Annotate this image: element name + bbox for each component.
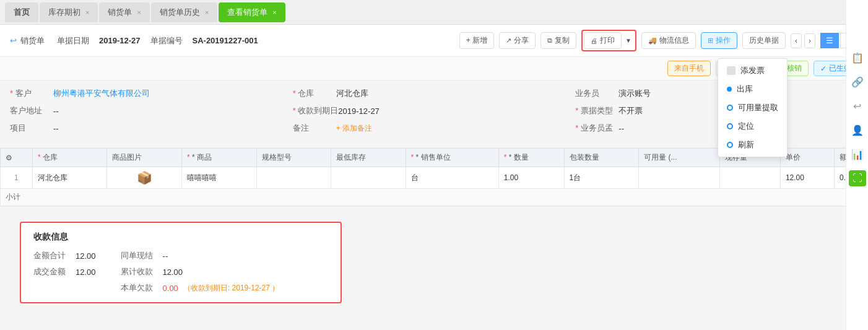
available-qty-label: 可用量提取 <box>738 102 778 113</box>
right-sidebar: 📋 🔗 ↩ 👤 📊 ⛶ <box>846 0 868 318</box>
available-qty-dot <box>727 105 733 111</box>
due-date-field: 收款到期日 2019-12-27 <box>293 105 576 116</box>
tab-inventory[interactable]: 库存期初 × <box>40 2 98 22</box>
address-field: 客户地址 -- <box>10 105 293 116</box>
tab-bar: 首页 库存期初 × 销货单 × 销货单历史 × 查看销货单 × × <box>0 0 868 25</box>
list-view-button[interactable]: ☰ <box>820 33 839 48</box>
sidebar-expand-icon[interactable]: ⛶ <box>849 170 866 186</box>
history-button[interactable]: 历史单据 <box>742 32 786 49</box>
operations-button[interactable]: ⊞ 操作 <box>701 32 737 49</box>
refresh-dot <box>727 142 733 148</box>
col-gear[interactable]: ⚙ <box>1 149 33 167</box>
row-min-stock <box>331 167 406 189</box>
row-product: 嘻嘻嘻嘻 <box>181 167 256 189</box>
salesperson2-label: 业务员孟 <box>575 123 618 134</box>
close-inventory-tab[interactable]: × <box>85 9 89 16</box>
row-pack-qty: 1台 <box>564 167 639 189</box>
due-date-label: 收款到期日 <box>293 105 339 116</box>
print-dropdown-arrow[interactable]: ▼ <box>623 37 634 44</box>
col-qty: * 数量 <box>498 149 564 167</box>
locate-item[interactable]: 定位 <box>718 117 787 136</box>
col-unit: * 销售单位 <box>406 149 498 167</box>
payment-title: 收款信息 <box>33 232 328 243</box>
col-pack-qty: 包装数量 <box>564 149 639 167</box>
operations-label: 操作 <box>716 35 731 46</box>
same-label: 同单现结 <box>121 250 158 261</box>
col-unit-price: 单价 <box>780 149 834 167</box>
sidebar-link-icon[interactable]: 🔗 <box>849 74 866 90</box>
row-spec <box>256 167 331 189</box>
date-value: 2019-12-27 <box>99 36 141 45</box>
from-phone-button[interactable]: 来自手机 <box>667 61 711 76</box>
total-value: 12.00 <box>76 251 96 261</box>
address-value: -- <box>53 106 59 116</box>
sidebar-chart-icon[interactable]: 📊 <box>849 146 866 163</box>
row-stock <box>719 167 780 189</box>
col-warehouse: 仓库 <box>32 149 107 167</box>
add-invoice-item[interactable]: 添发票 <box>718 61 787 80</box>
logistics-button[interactable]: 🚚 物流信息 <box>641 32 696 49</box>
sidebar-doc-icon[interactable]: 📋 <box>849 50 866 66</box>
locate-label: 定位 <box>738 121 754 132</box>
date-label: 单据日期 <box>57 35 89 46</box>
copy-label: 复制 <box>555 35 570 46</box>
tab-view-sales[interactable]: 查看销货单 × <box>219 2 285 22</box>
locate-dot <box>727 123 733 129</box>
warehouse-value: 河北仓库 <box>336 88 368 99</box>
table-row: 1 河北仓库 📦 嘻嘻嘻嘻 台 1.00 1台 12.00 <box>1 167 868 189</box>
due-label: 本单欠款 <box>121 282 158 293</box>
close-sales-history-tab[interactable]: × <box>205 9 209 16</box>
row-num: 1 <box>1 167 33 189</box>
due-value: 0.00 <box>163 284 178 293</box>
customer-value[interactable]: 柳州粤港平安气体有限公司 <box>53 88 150 99</box>
from-phone-label: 来自手机 <box>674 63 704 74</box>
salesperson2-field: 业务员孟 -- <box>575 123 858 134</box>
tab-sales-history[interactable]: 销货单历史 × <box>151 2 217 22</box>
add-note-button[interactable]: 添加备注 <box>336 123 372 134</box>
refresh-item[interactable]: 刷新 <box>718 136 787 154</box>
col-min-stock: 最低库存 <box>331 149 406 167</box>
share-button[interactable]: ↗ 分享 <box>499 32 536 49</box>
available-qty-item[interactable]: 可用量提取 <box>718 98 787 117</box>
copy-button[interactable]: ⧉ 复制 <box>540 32 576 49</box>
row-warehouse: 河北仓库 <box>32 167 107 189</box>
print-button[interactable]: 🖨 打印 <box>584 32 622 49</box>
doc-meta: 单据日期 2019-12-27 单据编号 SA-20191227-001 <box>57 35 258 46</box>
payment-due-row: 本单欠款 0.00 （收款到期日: 2019-12-27 ） <box>121 282 280 293</box>
tab-home[interactable]: 首页 <box>5 2 38 22</box>
operations-dropdown: 添发票 出库 可用量提取 定位 刷新 <box>718 58 788 157</box>
new-button[interactable]: + 新增 <box>459 32 494 49</box>
total-label: 金额合计 <box>33 250 71 261</box>
close-view-sales-tab[interactable]: × <box>272 9 276 16</box>
due-note: （收款到期日: 2019-12-27 ） <box>183 283 279 293</box>
payment-col-right: 同单现结 -- 累计收款 12.00 本单欠款 0.00 （收款到期日: 201… <box>121 250 280 293</box>
payment-col-left: 金额合计 12.00 成交金额 12.00 <box>33 250 96 293</box>
customer-field: 客户 柳州粤港平安气体有限公司 <box>10 88 293 99</box>
number-label: 单据编号 <box>150 35 183 46</box>
sidebar-user-icon[interactable]: 👤 <box>849 122 866 139</box>
salesperson2-value: -- <box>618 124 624 133</box>
share-label: 分享 <box>514 35 529 46</box>
refresh-label: 刷新 <box>738 139 754 150</box>
doc-type: ↩ 销货单 <box>10 35 45 46</box>
prev-button[interactable]: ‹ <box>791 33 802 48</box>
sidebar-reply-icon[interactable]: ↩ <box>851 98 864 115</box>
subtotal-row: 小计 <box>1 189 868 206</box>
logistics-label: 物流信息 <box>659 35 689 46</box>
close-sales-tab[interactable]: × <box>137 9 141 16</box>
project-value: -- <box>53 124 59 133</box>
add-invoice-icon <box>727 66 736 75</box>
payment-cumulative-row: 累计收款 12.00 <box>121 266 280 277</box>
project-field: 项目 -- <box>10 123 293 134</box>
print-label: 打印 <box>600 35 615 46</box>
note-label: 备注 <box>293 123 336 134</box>
cumulative-value: 12.00 <box>163 267 183 277</box>
outbound-item[interactable]: 出库 <box>718 80 787 98</box>
next-button[interactable]: › <box>804 33 815 48</box>
ticket-type-value: 不开票 <box>618 105 643 116</box>
tab-view-sales-label: 查看销货单 <box>227 7 267 18</box>
tab-home-label: 首页 <box>14 7 30 18</box>
col-product: * 商品 <box>181 149 256 167</box>
due-date-value: 2019-12-27 <box>338 106 380 116</box>
tab-sales[interactable]: 销货单 × <box>99 2 149 22</box>
